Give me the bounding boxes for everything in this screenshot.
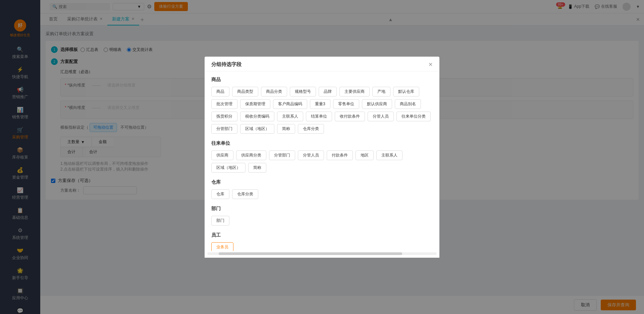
field-tag[interactable]: 默认供应商 (362, 99, 392, 109)
modal-close-button[interactable]: ✕ (428, 61, 433, 68)
field-tag[interactable]: 往来单位分类 (396, 112, 431, 121)
field-tag[interactable]: 品牌 (319, 87, 337, 97)
warehouse-section-title: 仓库 (211, 179, 433, 185)
field-tag[interactable]: 主要供应商 (339, 87, 370, 97)
modal-body: 商品 商品 商品类型 商品分类 规格型号 品牌 主要供应商 产地 默认仓库 批次… (205, 71, 439, 205)
field-tag[interactable]: 商品类型 (232, 87, 258, 97)
field-tag[interactable]: 区域（地区） (211, 163, 246, 173)
modal-header: 分组待选字段 ✕ (205, 57, 439, 71)
field-tag[interactable]: 付款条件 (327, 150, 353, 160)
partner-section-title: 往来单位 (211, 140, 433, 146)
field-tag[interactable]: 供应商 (211, 150, 233, 160)
field-tag[interactable]: 分管人员 (298, 150, 324, 160)
field-tag[interactable]: 仓库分类 (298, 124, 324, 134)
field-tag[interactable]: 仓库 (211, 189, 229, 199)
field-tag[interactable]: 供应商分类 (236, 150, 266, 160)
field-tag[interactable]: 简称 (248, 163, 266, 173)
field-tag[interactable]: 产地 (372, 87, 390, 97)
field-tag[interactable]: 简称 (277, 124, 295, 134)
field-tag[interactable]: 重量3 (310, 99, 330, 109)
partner-section: 往来单位 供应商 供应商分类 分管部门 分管人员 付款条件 地区 主联系人 区域… (211, 140, 433, 173)
field-tag[interactable]: 规格型号 (290, 87, 316, 97)
field-tag[interactable]: 商品 (211, 87, 229, 97)
field-tag[interactable]: 主联系人 (277, 112, 303, 121)
field-tag[interactable]: 收付款条件 (335, 112, 365, 121)
field-tag[interactable]: 地区 (356, 150, 374, 160)
partner-fields: 供应商 供应商分类 分管部门 分管人员 付款条件 地区 主联系人 区域（地区） … (211, 150, 433, 173)
field-tag[interactable]: 分管人员 (368, 112, 394, 121)
field-tag[interactable]: 商品别名 (395, 99, 421, 109)
field-tag[interactable]: 默认仓库 (393, 87, 419, 97)
modal-overlay[interactable]: 分组待选字段 ✕ 商品 商品 商品类型 商品分类 规格型号 品牌 主要供应商 产… (0, 0, 644, 205)
product-fields: 商品 商品类型 商品分类 规格型号 品牌 主要供应商 产地 默认仓库 批次管理 … (211, 87, 433, 134)
field-tag[interactable]: 客户商品编码 (273, 99, 307, 109)
warehouse-section: 仓库 仓库 仓库分类 (211, 179, 433, 199)
product-section: 商品 商品 商品类型 商品分类 规格型号 品牌 主要供应商 产地 默认仓库 批次… (211, 77, 433, 134)
product-section-title: 商品 (211, 77, 433, 83)
field-tag[interactable]: 区域（地区） (240, 124, 274, 134)
field-tag[interactable]: 保质期管理 (240, 99, 270, 109)
field-tag[interactable]: 批次管理 (211, 99, 237, 109)
field-tag[interactable]: 零售单位 (333, 99, 359, 109)
modal-title: 分组待选字段 (211, 61, 241, 68)
field-select-modal: 分组待选字段 ✕ 商品 商品 商品类型 商品分类 规格型号 品牌 主要供应商 产… (205, 57, 439, 205)
field-tag[interactable]: 商品分类 (261, 87, 287, 97)
field-tag[interactable]: 仓库分类 (232, 189, 258, 199)
field-tag[interactable]: 分管部门 (211, 124, 237, 134)
warehouse-fields: 仓库 仓库分类 (211, 189, 433, 199)
field-tag[interactable]: 结算单位 (306, 112, 332, 121)
field-tag[interactable]: 拣货积分 (211, 112, 237, 121)
field-tag[interactable]: 税收分类编码 (240, 112, 274, 121)
field-tag[interactable]: 主联系人 (376, 150, 402, 160)
field-tag[interactable]: 分管部门 (269, 150, 295, 160)
